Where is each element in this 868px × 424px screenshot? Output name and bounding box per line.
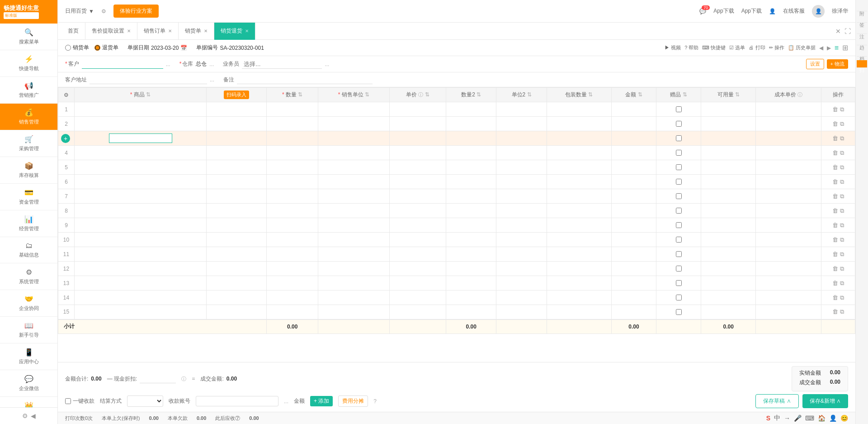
unit2-cell-2[interactable] — [496, 117, 547, 131]
price-cell-9[interactable] — [389, 218, 446, 233]
tab-close-sales-delivery[interactable]: ✕ — [204, 29, 208, 33]
qty-cell-7[interactable] — [267, 189, 318, 204]
sort-icon-product[interactable]: ⇅ — [146, 91, 151, 98]
online-service-text[interactable]: 在线客服 — [783, 7, 805, 15]
right-panel-btn-1[interactable]: 附 — [857, 4, 867, 11]
tab-home[interactable]: 首页 — [61, 23, 85, 40]
unit2-cell-14[interactable] — [496, 291, 547, 305]
copy-icon-14[interactable]: ⧉ — [840, 294, 844, 301]
th-qty2[interactable]: 数量2 ⇅ — [446, 88, 496, 102]
gift-cell-2[interactable] — [656, 117, 701, 131]
account-input[interactable] — [196, 396, 278, 406]
price-cell-13[interactable] — [389, 276, 446, 291]
tab-sales-return[interactable]: 销货退货 ✕ — [214, 23, 255, 40]
status-icon-arrow[interactable]: → — [784, 414, 790, 422]
amount-cell-9[interactable] — [611, 218, 656, 233]
available-cell-7[interactable] — [701, 189, 756, 204]
qty-cell-14[interactable] — [267, 291, 318, 305]
tab-close-sales-return[interactable]: ✕ — [245, 29, 249, 33]
delete-icon-5[interactable]: 🗑 — [832, 164, 838, 171]
price-cell-5[interactable] — [389, 160, 446, 175]
cost-cell-11[interactable] — [756, 247, 821, 262]
gift-checkbox-3[interactable] — [676, 135, 682, 141]
app-download-link[interactable]: App下载 — [713, 7, 734, 15]
sidebar-item-search[interactable]: 🔍 搜索菜单 — [0, 24, 57, 50]
copy-icon-13[interactable]: ⧉ — [840, 280, 844, 287]
toolbar-video[interactable]: ▶ 视频 — [665, 44, 681, 51]
unit2-cell-8[interactable] — [496, 204, 547, 218]
unit-cell-13[interactable] — [318, 276, 390, 291]
sort-icon-qty[interactable]: ⇅ — [298, 91, 302, 98]
unit2-cell-1[interactable] — [496, 102, 547, 117]
settings-btn[interactable]: 设置 — [806, 59, 824, 69]
product-cell-12[interactable] — [75, 262, 207, 276]
qty2-cell-9[interactable] — [446, 218, 496, 233]
qty2-cell-10[interactable] — [446, 233, 496, 247]
product-cell-14[interactable] — [75, 291, 207, 305]
pack-cell-3[interactable] — [547, 131, 611, 146]
th-available[interactable]: 可用量 ⇅ — [701, 88, 756, 102]
amount-cell-14[interactable] — [611, 291, 656, 305]
product-cell-3[interactable] — [75, 131, 207, 146]
status-icon-mic[interactable]: 🎤 — [794, 414, 802, 422]
sidebar-item-purchase[interactable]: 🛒 采购管理 — [0, 130, 57, 157]
unit2-cell-11[interactable] — [496, 247, 547, 262]
cost-cell-6[interactable] — [756, 175, 821, 189]
product-cell-1[interactable] — [75, 102, 207, 117]
gift-cell-3[interactable] — [656, 131, 701, 146]
available-cell-5[interactable] — [701, 160, 756, 175]
unit-cell-1[interactable] — [318, 102, 390, 117]
gift-checkbox-11[interactable] — [676, 251, 682, 257]
price-cell-10[interactable] — [389, 233, 446, 247]
copy-icon-9[interactable]: ⧉ — [840, 222, 844, 229]
qty2-cell-11[interactable] — [446, 247, 496, 262]
sort-icon-price[interactable]: ⇅ — [425, 91, 429, 98]
sidebar-item-sales[interactable]: 💰 销售管理 — [0, 104, 57, 130]
pack-cell-4[interactable] — [547, 146, 611, 160]
unit2-cell-13[interactable] — [496, 276, 547, 291]
tab-price-settings[interactable]: 售价提取设置 ✕ — [85, 23, 137, 40]
copy-icon-8[interactable]: ⧉ — [840, 207, 844, 214]
pack-cell-6[interactable] — [547, 175, 611, 189]
pack-cell-5[interactable] — [547, 160, 611, 175]
gift-checkbox-2[interactable] — [676, 121, 682, 127]
th-gift[interactable]: 赠品 ⇅ — [656, 88, 701, 102]
pack-cell-7[interactable] — [547, 189, 611, 204]
price-cell-12[interactable] — [389, 262, 446, 276]
gift-cell-13[interactable] — [656, 276, 701, 291]
customer-dots[interactable]: ... — [166, 61, 170, 67]
gift-cell-1[interactable] — [656, 102, 701, 117]
sort-icon-qty2[interactable]: ⇅ — [476, 91, 481, 98]
unit2-cell-4[interactable] — [496, 146, 547, 160]
pack-cell-13[interactable] — [547, 276, 611, 291]
sidebar-item-marketing[interactable]: 📢 营销推广 — [0, 77, 57, 104]
sidebar-item-inventory[interactable]: 📦 库存核算 — [0, 157, 57, 184]
add-row-btn[interactable]: + — [61, 134, 70, 143]
gift-checkbox-5[interactable] — [676, 164, 682, 170]
logistics-btn[interactable]: + 物流 — [827, 59, 848, 69]
qty-cell-4[interactable] — [267, 146, 318, 160]
price-cell-8[interactable] — [389, 204, 446, 218]
qty2-cell-12[interactable] — [446, 262, 496, 276]
unit-cell-12[interactable] — [318, 262, 390, 276]
unit-cell-3[interactable] — [318, 131, 390, 146]
th-amount[interactable]: 金额 ⇅ — [611, 88, 656, 102]
info-icon-price[interactable]: ⓘ — [418, 92, 423, 97]
th-unit2[interactable]: 单位2 ⇅ — [496, 88, 547, 102]
copy-icon-12[interactable]: ⧉ — [840, 265, 844, 272]
unit2-cell-10[interactable] — [496, 233, 547, 247]
radio-sales-input[interactable] — [65, 45, 71, 51]
pack-cell-12[interactable] — [547, 262, 611, 276]
unit2-cell-6[interactable] — [496, 175, 547, 189]
gift-checkbox-9[interactable] — [676, 222, 682, 228]
account-dots[interactable]: ... — [284, 398, 288, 405]
amount-cell-8[interactable] — [611, 204, 656, 218]
price-cell-1[interactable] — [389, 102, 446, 117]
amount-cell-7[interactable] — [611, 189, 656, 204]
unit-cell-14[interactable] — [318, 291, 390, 305]
sort-icon-available[interactable]: ⇅ — [735, 91, 740, 98]
qty-cell-2[interactable] — [267, 117, 318, 131]
status-icon-zh[interactable]: 中 — [774, 414, 780, 422]
view-grid-icon[interactable]: ⊞ — [842, 43, 848, 52]
calendar-icon[interactable]: 📅 — [180, 45, 187, 51]
